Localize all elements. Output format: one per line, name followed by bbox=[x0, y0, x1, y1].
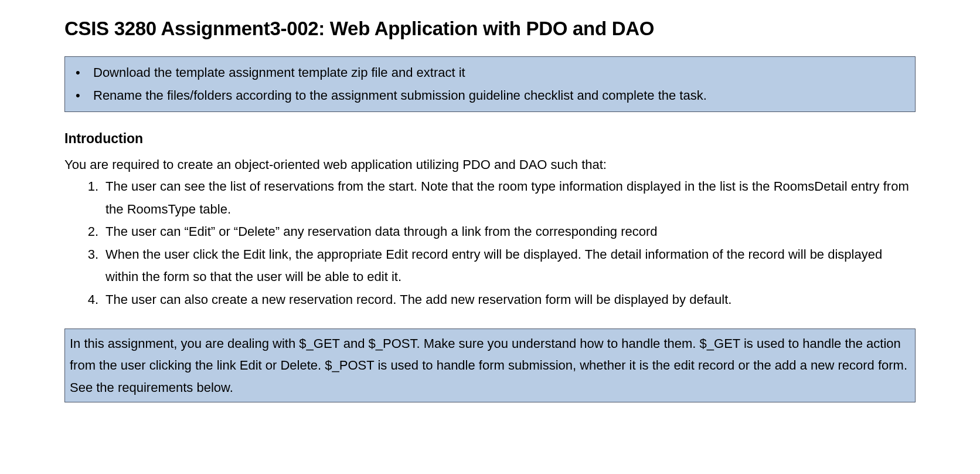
intro-heading: Introduction bbox=[64, 131, 916, 147]
intro-item: The user can see the list of reservation… bbox=[106, 175, 916, 221]
setup-item: Download the template assignment templat… bbox=[93, 62, 907, 84]
intro-item: The user can “Edit” or “Delete” any rese… bbox=[106, 221, 916, 243]
note-box: In this assignment, you are dealing with… bbox=[64, 329, 916, 402]
intro-item: The user can also create a new reservati… bbox=[106, 289, 916, 312]
intro-item: When the user click the Edit link, the a… bbox=[106, 243, 916, 289]
setup-box: Download the template assignment templat… bbox=[64, 56, 916, 112]
intro-lead: You are required to create an object-ori… bbox=[64, 155, 916, 174]
setup-list: Download the template assignment templat… bbox=[73, 62, 907, 107]
setup-item: Rename the files/folders according to th… bbox=[93, 84, 907, 107]
page-title: CSIS 3280 Assignment3-002: Web Applicati… bbox=[64, 18, 916, 40]
intro-list: The user can see the list of reservation… bbox=[64, 175, 916, 311]
